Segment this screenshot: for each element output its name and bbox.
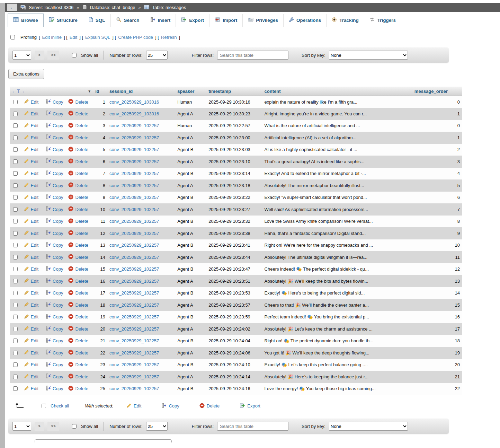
cell-session-id-link[interactable]: conv_20250929_102257 [109, 183, 159, 188]
cell-session-id-link[interactable]: conv_20250929_102257 [109, 266, 159, 272]
cell-session-id-link[interactable]: conv_20250929_102257 [109, 123, 159, 128]
row-edit-link[interactable]: Edit [24, 230, 38, 236]
tab-operations[interactable]: Operations [284, 14, 327, 27]
show-all-checkbox[interactable] [72, 424, 77, 429]
extra-options-button[interactable]: Extra options [8, 69, 44, 79]
row-checkbox[interactable] [13, 375, 18, 379]
tab-browse[interactable]: Browse [8, 14, 44, 27]
row-copy-link[interactable]: Copy [46, 182, 63, 188]
cell-session-id-link[interactable]: conv_20250929_102257 [109, 350, 159, 355]
filter-rows-input[interactable] [217, 51, 288, 60]
cell-session-id-link[interactable]: conv_20250929_103016 [109, 99, 159, 105]
profiling-checkbox[interactable] [10, 35, 15, 39]
cell-session-id-link[interactable]: conv_20250929_102257 [109, 195, 159, 200]
cell-session-id-link[interactable]: conv_20250929_102257 [109, 314, 159, 319]
cell-session-id-link[interactable]: conv_20250929_102257 [109, 243, 159, 248]
row-checkbox[interactable] [13, 100, 18, 104]
row-copy-link[interactable]: Copy [46, 230, 63, 236]
column-toggle-marker[interactable]: ←T→ [12, 88, 26, 94]
row-copy-link[interactable]: Copy [46, 194, 63, 201]
column-header-id[interactable]: id [95, 89, 99, 94]
tab-triggers[interactable]: Triggers [364, 14, 401, 27]
row-delete-link[interactable]: Delete [68, 266, 88, 272]
row-copy-link[interactable]: Copy [46, 206, 63, 212]
refresh-link[interactable]: Refresh [161, 35, 177, 40]
row-checkbox[interactable] [13, 219, 18, 223]
row-copy-link[interactable]: Copy [46, 134, 63, 141]
row-checkbox[interactable] [13, 362, 18, 367]
row-edit-link[interactable]: Edit [24, 158, 38, 165]
cell-session-id-link[interactable]: conv_20250929_102257 [109, 159, 159, 164]
breadcrumb-server[interactable]: Server: localhost:3306 [29, 5, 73, 10]
number-of-rows-select[interactable]: 25 [146, 422, 168, 431]
cell-session-id-link[interactable]: conv_20250929_102257 [109, 135, 159, 140]
cell-session-id-link[interactable]: conv_20250929_102257 [109, 326, 159, 332]
row-copy-link[interactable]: Copy [46, 326, 63, 332]
row-delete-link[interactable]: Delete [68, 254, 88, 260]
number-of-rows-select[interactable]: 25 [146, 51, 168, 60]
selected-copy-link[interactable]: Copy [161, 403, 179, 409]
row-checkbox[interactable] [13, 291, 18, 295]
tab-tracking[interactable]: Tracking [327, 14, 364, 27]
row-delete-link[interactable]: Delete [68, 170, 88, 177]
column-header-message-order[interactable]: message_order [414, 89, 448, 94]
row-copy-link[interactable]: Copy [46, 242, 63, 248]
row-copy-link[interactable]: Copy [46, 266, 63, 272]
cell-session-id-link[interactable]: conv_20250929_102257 [109, 255, 159, 260]
row-delete-link[interactable]: Delete [68, 147, 88, 153]
row-edit-link[interactable]: Edit [24, 194, 38, 201]
row-checkbox[interactable] [13, 267, 18, 271]
cell-session-id-link[interactable]: conv_20250929_102257 [109, 207, 159, 212]
row-edit-link[interactable]: Edit [24, 314, 38, 320]
selected-edit-link[interactable]: Edit [126, 403, 141, 409]
row-checkbox[interactable] [13, 339, 18, 343]
last-page-button[interactable]: >> [47, 51, 59, 60]
next-page-button[interactable]: > [35, 422, 44, 431]
row-delete-link[interactable]: Delete [68, 314, 88, 320]
row-edit-link[interactable]: Edit [24, 362, 38, 368]
row-edit-link[interactable]: Edit [24, 254, 38, 260]
row-delete-link[interactable]: Delete [68, 206, 88, 212]
row-edit-link[interactable]: Edit [24, 374, 38, 380]
row-delete-link[interactable]: Delete [68, 290, 88, 296]
tab-structure[interactable]: Structure [44, 14, 83, 27]
row-delete-link[interactable]: Delete [68, 99, 88, 105]
breadcrumb-table[interactable]: Table: messages [152, 5, 186, 10]
cell-session-id-link[interactable]: conv_20250929_102257 [109, 302, 159, 308]
row-copy-link[interactable]: Copy [46, 350, 63, 356]
row-checkbox[interactable] [13, 231, 18, 236]
edit-inline-link[interactable]: Edit inline [42, 35, 62, 40]
row-edit-link[interactable]: Edit [24, 111, 38, 117]
row-delete-link[interactable]: Delete [68, 362, 88, 368]
row-delete-link[interactable]: Delete [68, 123, 88, 129]
row-delete-link[interactable]: Delete [68, 218, 88, 225]
next-page-button[interactable]: > [35, 51, 44, 60]
filter-rows-input[interactable] [217, 422, 288, 431]
row-copy-link[interactable]: Copy [46, 147, 63, 153]
row-copy-link[interactable]: Copy [46, 302, 63, 308]
row-delete-link[interactable]: Delete [68, 278, 88, 284]
tab-privileges[interactable]: Privileges [243, 14, 284, 27]
row-checkbox[interactable] [13, 147, 18, 152]
row-checkbox[interactable] [13, 135, 18, 140]
row-copy-link[interactable]: Copy [46, 386, 63, 392]
row-delete-link[interactable]: Delete [68, 230, 88, 236]
tab-sql[interactable]: SQL [83, 14, 111, 27]
cell-session-id-link[interactable]: conv_20250929_102257 [109, 279, 159, 284]
back-button[interactable]: ← [7, 3, 17, 11]
row-edit-link[interactable]: Edit [24, 242, 38, 248]
sort-by-key-select[interactable]: None [329, 422, 408, 431]
row-checkbox[interactable] [13, 159, 18, 164]
check-all-checkbox[interactable] [42, 404, 46, 408]
row-edit-link[interactable]: Edit [24, 326, 38, 332]
column-header-session-id[interactable]: session_id [109, 89, 133, 94]
cell-session-id-link[interactable]: conv_20250929_102257 [109, 338, 159, 343]
row-checkbox[interactable] [13, 183, 18, 188]
row-checkbox[interactable] [13, 171, 18, 176]
cell-session-id-link[interactable]: conv_20250929_102257 [109, 374, 159, 379]
row-delete-link[interactable]: Delete [68, 111, 88, 117]
cell-session-id-link[interactable]: conv_20250929_102257 [109, 219, 159, 224]
page-select[interactable]: 1 [12, 51, 31, 60]
breadcrumb-database[interactable]: Database: chat_bridge [90, 5, 135, 10]
row-edit-link[interactable]: Edit [24, 99, 38, 105]
